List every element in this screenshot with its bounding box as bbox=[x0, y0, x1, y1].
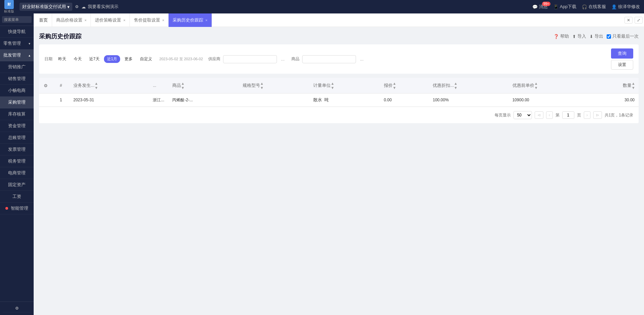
supplier-input[interactable] bbox=[223, 55, 277, 63]
date-btn-custom[interactable]: 自定义 bbox=[137, 55, 155, 63]
settings-button[interactable]: 设置 bbox=[611, 60, 633, 70]
th-quantity[interactable]: 数量 ▴▾ bbox=[589, 78, 639, 94]
th-quantity-label: 数量 bbox=[623, 82, 632, 89]
sidebar-settings-btn[interactable]: ⚙ bbox=[3, 305, 31, 312]
tabbar: 首页 商品价格设置 × 进价策略设置 × 售价提取设置 × 采购历史价跟踪 × … bbox=[34, 13, 644, 27]
page-title: 采购历史价跟踪 bbox=[39, 32, 81, 40]
tab-sale-price[interactable]: 售价提取设置 × bbox=[130, 13, 169, 27]
sort-icon: ▴▾ bbox=[261, 81, 263, 90]
sidebar-item-purchase[interactable]: 采购管理 bbox=[0, 97, 34, 108]
help-btn[interactable]: ❓ 帮助 bbox=[553, 33, 569, 39]
sidebar-item-label: 固定资产 bbox=[8, 182, 26, 187]
sidebar-item-retail[interactable]: 零售管理 ▾ bbox=[0, 38, 34, 49]
tab-strategy-close[interactable]: × bbox=[123, 18, 125, 22]
import-btn[interactable]: ⬆ 导入 bbox=[572, 33, 586, 39]
last-page-btn[interactable]: ⊳ bbox=[593, 111, 602, 119]
prev-page-btn[interactable]: ‹ bbox=[546, 111, 553, 119]
cell-unit1: 散水 bbox=[313, 97, 322, 102]
tab-home-label: 首页 bbox=[39, 17, 48, 23]
tab-sale-label: 售价提取设置 bbox=[134, 17, 160, 23]
goods-more-btn[interactable]: ... bbox=[359, 57, 365, 62]
import-icon: ⬆ bbox=[572, 34, 576, 39]
supplier-more-btn[interactable]: ... bbox=[280, 57, 286, 62]
sidebar-item-wholesale[interactable]: 批发管理 ▴ bbox=[0, 49, 34, 61]
th-supplier-dots[interactable]: ... bbox=[149, 78, 168, 94]
tab-close-btn[interactable]: ✕ bbox=[624, 17, 633, 24]
sidebar-item-sales[interactable]: 销售管理 bbox=[0, 73, 34, 85]
export-btn[interactable]: ⬇ 导出 bbox=[589, 33, 603, 39]
date-btn-today[interactable]: 今天 bbox=[71, 55, 85, 63]
th-discount[interactable]: 优惠折扣... ▴▾ bbox=[429, 78, 508, 94]
export-label: 导出 bbox=[595, 33, 603, 39]
goods-input[interactable] bbox=[302, 55, 356, 63]
sidebar-item-inventory[interactable]: 库存核算 bbox=[0, 108, 34, 120]
cell-unit: 散水 吨 bbox=[309, 94, 380, 107]
sidebar-item-marketing[interactable]: 营销推广 bbox=[0, 61, 34, 73]
sidebar-item-label: 批发管理 bbox=[3, 52, 21, 58]
th-unit[interactable]: 计量单位 ▴▾ bbox=[309, 78, 380, 94]
th-goods[interactable]: 商品 ▴▾ bbox=[168, 78, 239, 94]
chevron-down-icon: ▾ bbox=[29, 42, 30, 45]
date-btn-yesterday[interactable]: 昨天 bbox=[55, 55, 69, 63]
user-btn[interactable]: 👤 徐泽华修改 bbox=[611, 4, 640, 10]
tab-price-close[interactable]: × bbox=[84, 18, 86, 22]
app-download-btn[interactable]: 📱 App下载 bbox=[553, 4, 576, 10]
sidebar-item-label: 资金管理 bbox=[8, 123, 26, 128]
sidebar-item-invoice[interactable]: 发票管理 bbox=[0, 144, 34, 155]
demo-label: 我要看实例演示 bbox=[88, 4, 118, 10]
goods-filter-group: 商品 ... bbox=[291, 55, 365, 63]
sort-icon: ▴▾ bbox=[95, 81, 98, 90]
tab-home[interactable]: 首页 bbox=[35, 13, 52, 27]
sidebar-item-assets[interactable]: 固定资产 bbox=[0, 179, 34, 191]
th-date[interactable]: 业务发生... ▴▾ bbox=[69, 78, 149, 94]
topbar-right: 💬 消息 99+ 📱 App下载 🎧 在线客服 👤 徐泽华修改 bbox=[532, 4, 640, 10]
date-btn-more[interactable]: 更多 bbox=[121, 55, 136, 63]
goods-label: 商品 bbox=[291, 56, 299, 62]
date-btn-1month[interactable]: 近1月 bbox=[104, 55, 120, 63]
page-number-input[interactable] bbox=[562, 111, 574, 119]
cell-date: 2023-05-31 bbox=[69, 94, 149, 107]
gear-icon: ⚙ bbox=[44, 83, 48, 88]
sidebar-item-ecommerce[interactable]: 电商管理 bbox=[0, 167, 34, 179]
table-row: 1 2023-05-31 浙江... 丙烯酸-2-... 散水 吨 0.00 1… bbox=[39, 94, 639, 107]
sidebar-item-tax[interactable]: 税务管理 bbox=[0, 155, 34, 167]
date-btn-7days[interactable]: 近7天 bbox=[86, 55, 103, 63]
sidebar-item-finance[interactable]: 资金管理 bbox=[0, 120, 34, 132]
sidebar-search-container bbox=[0, 13, 34, 26]
sidebar-item-smart[interactable]: 智能管理 bbox=[0, 203, 34, 214]
th-pre-discount-price[interactable]: 优惠前单价 ▴▾ bbox=[508, 78, 590, 94]
tab-strategy-label: 进价策略设置 bbox=[95, 17, 121, 23]
messages-btn[interactable]: 💬 消息 99+ bbox=[532, 4, 548, 10]
sidebar-item-label: 营销推广 bbox=[8, 64, 26, 69]
version-selector[interactable]: 好业财标准版交付试用 ▾ bbox=[20, 3, 72, 11]
next-page-btn[interactable]: › bbox=[584, 111, 591, 119]
settings-icon-btn[interactable]: ⚙ bbox=[75, 4, 79, 9]
user-label: 徐泽华修改 bbox=[618, 4, 640, 10]
query-button[interactable]: 查询 bbox=[611, 48, 633, 59]
th-spec[interactable]: 规格型号 ▴▾ bbox=[239, 78, 309, 94]
tab-history-close[interactable]: × bbox=[205, 18, 207, 22]
online-service-btn[interactable]: 🎧 在线客服 bbox=[582, 4, 606, 10]
sidebar-item-label: 零售管理 bbox=[3, 40, 21, 46]
demo-link[interactable]: ☁ 我要看实例演示 bbox=[81, 4, 118, 10]
search-input[interactable] bbox=[2, 16, 32, 23]
tab-sale-close[interactable]: × bbox=[162, 18, 164, 22]
sidebar-item-label: 小畅电商 bbox=[8, 88, 26, 93]
last-only-checkbox[interactable] bbox=[607, 34, 611, 39]
cell-checkbox[interactable] bbox=[39, 94, 52, 107]
sidebar-item-salary[interactable]: 工资 bbox=[0, 191, 34, 203]
th-price[interactable]: 报价 ▴▾ bbox=[380, 78, 429, 94]
per-page-select[interactable]: 20 50 100 bbox=[513, 111, 532, 119]
date-filter-label: 日期 bbox=[44, 56, 52, 62]
supplier-label: 供应商 bbox=[208, 56, 220, 62]
sidebar-item-quicknav[interactable]: 快捷导航 bbox=[0, 26, 34, 38]
tab-purchase-history[interactable]: 采购历史价跟踪 × bbox=[169, 13, 212, 27]
page-actions: ❓ 帮助 ⬆ 导入 ⬇ 导出 只看最后一次 bbox=[553, 33, 639, 39]
tab-price-settings[interactable]: 商品价格设置 × bbox=[52, 13, 91, 27]
th-gear[interactable]: ⚙ bbox=[39, 78, 52, 94]
sidebar-item-ledger[interactable]: 总账管理 bbox=[0, 132, 34, 144]
first-page-btn[interactable]: ⊲ bbox=[535, 111, 543, 119]
sidebar-item-ecommerce-small[interactable]: 小畅电商 bbox=[0, 85, 34, 97]
tab-purchase-strategy[interactable]: 进价策略设置 × bbox=[91, 13, 130, 27]
tab-expand-btn[interactable]: ⤢ bbox=[635, 17, 643, 24]
